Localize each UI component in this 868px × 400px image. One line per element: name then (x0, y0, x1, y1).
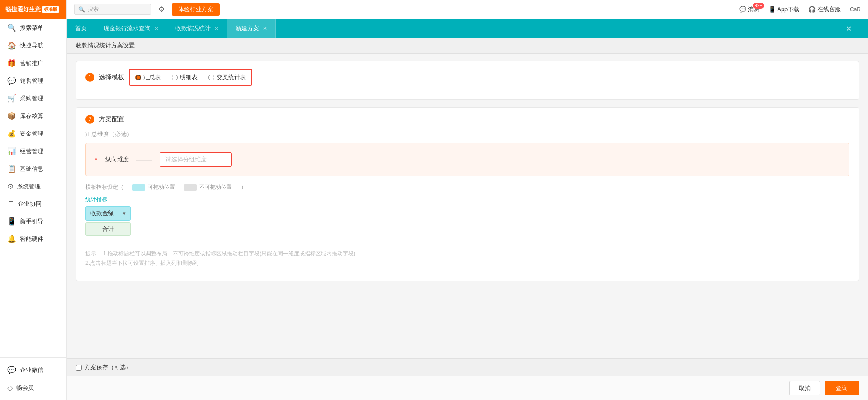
radio-summary-label: 汇总表 (143, 73, 161, 81)
hardware-icon: 🔔 (7, 235, 16, 243)
sidebar-item-quick-nav[interactable]: 🏠快捷导航 (0, 37, 66, 54)
tab-collection-stat-close[interactable]: ✕ (214, 25, 219, 32)
radio-detail-input[interactable] (172, 75, 178, 80)
sidebar-item-enterprise[interactable]: 🖥企业协同 (0, 195, 66, 212)
search-icon: 🔍 (78, 6, 85, 13)
radio-summary[interactable]: 汇总表 (135, 73, 161, 81)
tab-new-plan-close[interactable]: ✕ (263, 25, 267, 32)
tip-1-text: 提示： 1.拖动标题栏可以调整布局，不可跨维度或指标区域拖动栏目字段(只能在同一… (85, 250, 355, 257)
sidebar-logo: 畅捷通好生意 标准版 (0, 0, 66, 19)
indicator-tag-collection[interactable]: 收款金额 ▾ (85, 206, 131, 221)
step2-title: 方案配置 (99, 115, 124, 123)
sidebar-item-hardware[interactable]: 🔔智能硬件 (0, 230, 66, 248)
indicator-title-text: 模板指标设定（ (85, 184, 123, 191)
notif-badge: 99+ (753, 3, 764, 9)
dim-arrow: —— (136, 155, 152, 165)
gear-icon[interactable]: ⚙ (158, 5, 165, 14)
sidebar-bottom: 💬 企业微信 ◇ 畅会员 (0, 357, 66, 400)
notification-btn[interactable]: 💬 消息 99+ (739, 5, 760, 14)
purchase-icon: 🛒 (7, 94, 16, 103)
sidebar-item-funds[interactable]: 💰资金管理 (0, 125, 66, 142)
topbar-right: 💬 消息 99+ 📱 App下载 🎧 在线客服 CaR (739, 5, 861, 14)
sidebar-label: 智能硬件 (20, 235, 43, 243)
industry-btn[interactable]: 体验行业方案 (172, 3, 220, 16)
tab-new-plan[interactable]: 新建方案 ✕ (227, 19, 276, 38)
tab-home[interactable]: 首页 (67, 19, 95, 38)
sidebar-item-marketing[interactable]: 🎁营销推广 (0, 54, 66, 72)
indicator-subtag-label: 合计 (102, 226, 114, 232)
sidebar-label: 快捷导航 (20, 42, 43, 50)
step1-title: 选择模板 (99, 73, 124, 81)
tabbar-actions: ✕ ⛶ (840, 19, 868, 38)
sidebar-item-inventory[interactable]: 📦库存核算 (0, 107, 66, 125)
dimension-select[interactable]: 请选择分组维度 (160, 152, 232, 167)
sidebar-label: 企业协同 (18, 200, 42, 208)
online-service-btn[interactable]: 🎧 在线客服 (808, 5, 841, 14)
sidebar-label: 库存核算 (20, 112, 43, 120)
sidebar-item-system[interactable]: ⚙系统管理 (0, 178, 66, 195)
tab-collection-stat[interactable]: 收款情况统计 ✕ (167, 19, 227, 38)
step1-badge: 1 (85, 73, 94, 82)
funds-icon: 💰 (7, 129, 16, 138)
radio-detail-label: 明细表 (180, 73, 198, 81)
tab-bank-flow-label: 现金银行流水查询 (104, 24, 151, 33)
tab-bank-flow-close[interactable]: ✕ (154, 25, 159, 32)
radio-summary-input[interactable] (135, 75, 141, 80)
nodrag-badge: 不可拖动位置 (184, 184, 232, 191)
step1-header: 1 选择模板 汇总表 明细表 交叉统计表 (85, 69, 849, 86)
tab-new-plan-label: 新建方案 (236, 24, 259, 33)
dimension-label-text: 汇总维度（必选） (85, 131, 132, 137)
sidebar-label: 营销推广 (20, 59, 43, 67)
sidebar-label: 搜索菜单 (20, 24, 43, 32)
template-options: 汇总表 明细表 交叉统计表 (129, 69, 252, 86)
cancel-button[interactable]: 取消 (789, 381, 820, 395)
sidebar-item-operation[interactable]: 📊经营管理 (0, 142, 66, 160)
sidebar-item-sales[interactable]: 💬销售管理 (0, 72, 66, 89)
vertical-dim-label: 纵向维度 (105, 155, 129, 164)
search-box[interactable]: 🔍 搜索 (74, 4, 151, 15)
enterprise-icon: 🖥 (7, 200, 14, 208)
sidebar-item-basic-info[interactable]: 📋基础信息 (0, 160, 66, 178)
nodrag-label: 不可拖动位置 (199, 184, 232, 191)
sidebar-item-guide[interactable]: 📱新手引导 (0, 212, 66, 230)
quick-nav-icon: 🏠 (7, 41, 16, 50)
dimension-area: * 纵向维度 —— 请选择分组维度 (85, 143, 849, 176)
query-button[interactable]: 查询 (825, 381, 859, 395)
sidebar-label: 基础信息 (20, 165, 43, 173)
radio-cross[interactable]: 交叉统计表 (208, 73, 246, 81)
radio-detail[interactable]: 明细表 (172, 73, 198, 81)
action-bar: 取消 查询 (67, 376, 868, 400)
system-icon: ⚙ (7, 182, 14, 191)
tab-bank-flow[interactable]: 现金银行流水查询 ✕ (95, 19, 167, 38)
close-all-icon[interactable]: ✕ (846, 24, 852, 33)
draggable-badge: 可拖动位置 (132, 184, 175, 191)
app-download-btn[interactable]: 📱 App下载 (769, 5, 799, 14)
dimension-label: 汇总维度（必选） (85, 130, 849, 138)
step2-badge: 2 (85, 115, 94, 124)
nodrag-color-swatch (184, 184, 197, 191)
sidebar-item-search-menu[interactable]: 🔍搜索菜单 (0, 19, 66, 37)
tip-2: 2.点击标题栏下拉可设置排序、插入列和删除列 (85, 259, 849, 267)
page-header: 收款情况统计方案设置 (67, 38, 868, 54)
indicator-subtag: 合计 (85, 222, 131, 236)
expand-icon[interactable]: ⛶ (855, 24, 863, 33)
sidebar-item-purchase[interactable]: 🛒采购管理 (0, 89, 66, 107)
indicator-section: 模板指标设定（ 可拖动位置 不可拖动位置 ） 统计指标 (85, 184, 849, 273)
sidebar-label: 经营管理 (20, 147, 43, 155)
indicator-header: 模板指标设定（ 可拖动位置 不可拖动位置 ） (85, 184, 849, 191)
save-label: 方案保存（可选） (85, 363, 132, 372)
sidebar: 畅捷通好生意 标准版 🔍搜索菜单🏠快捷导航🎁营销推广💬销售管理🛒采购管理📦库存核… (0, 0, 67, 400)
marketing-icon: 🎁 (7, 59, 16, 67)
search-menu-icon: 🔍 (7, 24, 16, 32)
sidebar-item-member[interactable]: ◇ 畅会员 (0, 379, 66, 396)
basic-info-icon: 📋 (7, 165, 16, 173)
sidebar-item-wechat[interactable]: 💬 企业微信 (0, 361, 66, 379)
tip-1: 提示： 1.拖动标题栏可以调整布局，不可跨维度或指标区域拖动栏目字段(只能在同一… (85, 250, 849, 258)
topbar: 🔍 搜索 ⚙ 体验行业方案 💬 消息 99+ 📱 App下载 🎧 在线客服 Ca… (67, 0, 868, 19)
radio-cross-input[interactable] (208, 75, 214, 80)
sidebar-label: 资金管理 (20, 130, 43, 138)
save-checkbox[interactable] (76, 365, 82, 371)
tabbar: 首页 现金银行流水查询 ✕ 收款情况统计 ✕ 新建方案 ✕ ✕ ⛶ (67, 19, 868, 38)
sidebar-label: 销售管理 (20, 77, 43, 85)
save-option[interactable]: 方案保存（可选） (76, 363, 132, 372)
